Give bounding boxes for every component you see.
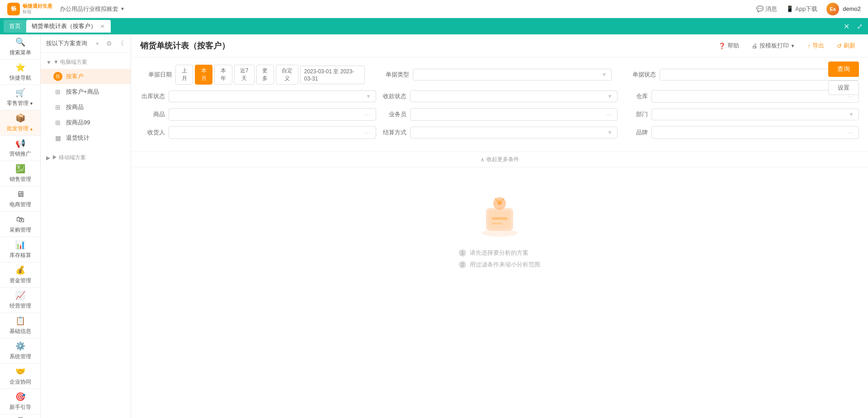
print-icon: 🖨 <box>752 43 758 49</box>
empty-illustration <box>472 195 527 240</box>
delivery-select[interactable]: ▼ <box>169 90 376 102</box>
date-btn-7days[interactable]: 近7天 <box>234 65 255 85</box>
salesman-select[interactable]: ··· <box>410 108 618 121</box>
target-icon: 🎯 <box>15 392 25 402</box>
sidebar-item-search[interactable]: 🔍 搜索菜单 <box>0 34 40 60</box>
app-download-action[interactable]: 📱 App下载 <box>786 5 817 13</box>
sidebar-item-inventory[interactable]: 📊 库存核算 <box>0 237 40 262</box>
dept-select[interactable]: ▼ <box>651 109 859 120</box>
industry-selector[interactable]: 办公用品行业模拟账套 ▼ <box>56 3 128 15</box>
print-action[interactable]: 🖨 按模板打印 ▼ <box>748 40 799 52</box>
search-icon: 🔍 <box>15 37 25 47</box>
megaphone-icon: 📢 <box>15 138 25 148</box>
goods-filter: 商品 ··· <box>140 108 376 121</box>
user-area[interactable]: Ea demo2 <box>826 3 861 15</box>
refresh-action[interactable]: ↺ 刷新 <box>833 40 859 52</box>
settings-button[interactable]: 设置 <box>828 81 859 95</box>
monitor-icon: 🖥 <box>16 190 24 199</box>
print-chevron-icon: ▼ <box>791 43 795 48</box>
date-btn-more[interactable]: 更多 <box>256 65 274 85</box>
sidebar-item-quick-nav[interactable]: ⭐ 快捷导航 <box>0 60 40 85</box>
doc-type-select[interactable]: ▼ <box>413 69 612 81</box>
collapse-panel-button[interactable]: 《 <box>116 39 125 48</box>
recipient-select[interactable]: ··· <box>169 126 376 139</box>
empty-tips: 1 请先选择要分析的方案 2 用过滤条件来缩小分析范围 <box>459 249 540 269</box>
brand-select[interactable]: ··· <box>651 126 859 139</box>
collapse-bar[interactable]: ∧ 收起更多条件 <box>131 152 868 167</box>
sidebar-item-sales[interactable]: 💹 销售管理 <box>0 161 40 186</box>
payment-filter: 收款状态 ▼ <box>382 90 618 102</box>
tab-expand-icon[interactable]: ⤢ <box>855 20 864 33</box>
tab-close-icon[interactable]: ✕ <box>99 23 105 29</box>
empty-state: 1 请先选择要分析的方案 2 用过滤条件来缩小分析范围 <box>131 167 868 296</box>
sidebar-item-business[interactable]: 📈 经营管理 <box>0 288 40 313</box>
sidebar-item-guide[interactable]: 🎯 新手引导 <box>0 389 40 414</box>
filter-section: 单据日期 上月 本月 本年 近7天 更多 自定义 2023-03-01 至 20… <box>131 57 868 152</box>
tab-sales-stats[interactable]: 销货单统计表（按客户） ✕ <box>26 20 111 33</box>
tree-item-by-customer[interactable]: 按 按客户 <box>41 69 131 84</box>
brand-filter: 品牌 ··· <box>623 126 859 139</box>
chevron-down-icon3: ▼ <box>366 93 371 100</box>
message-action[interactable]: 💬 消息 <box>756 5 777 13</box>
query-button[interactable]: 查询 <box>828 62 859 77</box>
tab-bar-actions: ✕ ⤢ <box>842 20 864 33</box>
sidebar-item-finance[interactable]: 💰 资金管理 <box>0 262 40 288</box>
payment-select[interactable]: ▼ <box>410 90 618 102</box>
sidebar-item-system[interactable]: ⚙️ 系统管理 <box>0 338 40 364</box>
sidebar-item-ecommerce[interactable]: 🖥 电商管理 <box>0 186 40 212</box>
date-btn-custom[interactable]: 自定义 <box>276 65 298 85</box>
delivery-label: 出库状态 <box>140 92 165 100</box>
grid-icon: ⊞ <box>53 87 62 96</box>
sidebar-item-wholesale[interactable]: 📦 批发管理 ▲ <box>0 110 40 136</box>
logo-text: 畅捷通好生意 标版 <box>23 3 52 14</box>
tree-item-by-goods-99[interactable]: ⊞ 按商品99 <box>41 115 131 130</box>
page-title: 销货单统计表（按客户） <box>140 40 230 51</box>
warehouse-filter: 仓库 ··· <box>623 90 859 103</box>
info-icon: 📋 <box>15 316 25 326</box>
table2-icon: ⊞ <box>53 118 62 127</box>
tab-home[interactable]: 首页 <box>4 20 26 33</box>
export-action[interactable]: ↑ 导出 <box>804 40 828 52</box>
tree-item-by-customer-goods[interactable]: ⊞ 按客户+商品 <box>41 84 131 100</box>
tree-group-desktop-title[interactable]: ▼ ▼ 电脑端方案 <box>41 56 131 69</box>
sidebar-item-marketing[interactable]: 📢 营销推广 <box>0 136 40 161</box>
tree-group-mobile-title[interactable]: ▶ ▶ 移动端方案 <box>41 151 131 164</box>
date-btn-this-month[interactable]: 本月 <box>195 65 212 85</box>
chevron-down-icon6: ▼ <box>607 129 613 136</box>
date-picker-group: 上月 本月 本年 近7天 更多 自定义 2023-03-01 至 2023-03… <box>175 65 365 85</box>
content-area: 销货单统计表（按客户） ❓ 帮助 🖨 按模板打印 ▼ ↑ 导出 <box>131 34 868 418</box>
sidebar-item-retail[interactable]: 🛒 零售管理 ▼ <box>0 85 40 110</box>
dept-filter: 部门 ▼ <box>623 109 859 120</box>
add-scheme-button[interactable]: + <box>93 39 102 48</box>
tree-item-by-goods[interactable]: ⊞ 按商品 <box>41 100 131 115</box>
chart-icon: 💹 <box>15 164 25 174</box>
page-header: 销货单统计表（按客户） ❓ 帮助 🖨 按模板打印 ▼ ↑ 导出 <box>131 34 868 57</box>
goods-select[interactable]: ··· <box>169 108 376 121</box>
filter-row-4: 收货人 ··· 结算方式 ▼ 品牌 <box>140 126 859 139</box>
chevron-down-icon: ▼ <box>46 59 52 66</box>
recipient-filter: 收货人 ··· <box>140 126 376 139</box>
collapse-icon: ∧ <box>481 157 485 163</box>
sidebar-item-app-center[interactable]: 📱 应用中心 <box>0 414 40 418</box>
tab-close-window-icon[interactable]: ✕ <box>842 20 851 33</box>
date-btn-this-year[interactable]: 本年 <box>214 65 232 85</box>
date-btn-last-month[interactable]: 上月 <box>175 65 193 85</box>
tree-item-return-stats[interactable]: ▦ 退货统计 <box>41 130 131 146</box>
help-action[interactable]: ❓ 帮助 <box>715 40 743 52</box>
settings-scheme-button[interactable]: ⚙ <box>104 39 113 48</box>
main-layout: 🔍 搜索菜单 ⭐ 快捷导航 🛒 零售管理 ▼ 📦 批发管理 ▲ 📢 营销推广 <box>0 34 868 418</box>
date-range-input[interactable]: 2023-03-01 至 2023-03-31 <box>300 66 365 84</box>
ellipsis-icon2: ··· <box>364 111 371 118</box>
svg-rect-7 <box>491 217 508 220</box>
chevron-down-icon5: ▼ <box>849 111 854 118</box>
left-panel-title: 按以下方案查询 <box>46 39 87 48</box>
sidebar-item-basic[interactable]: 📋 基础信息 <box>0 313 40 338</box>
sidebar-item-enterprise[interactable]: 🤝 企业协同 <box>0 364 40 389</box>
star-icon: ⭐ <box>15 62 25 72</box>
chevron-down-icon: ▼ <box>120 6 125 11</box>
message-icon: 💬 <box>756 5 764 12</box>
bar-icon: ▦ <box>53 133 62 142</box>
ellipsis-icon4: ··· <box>364 129 371 136</box>
sidebar-item-purchase[interactable]: 🛍 采购管理 <box>0 212 40 237</box>
settle-select[interactable]: ▼ <box>410 127 618 138</box>
